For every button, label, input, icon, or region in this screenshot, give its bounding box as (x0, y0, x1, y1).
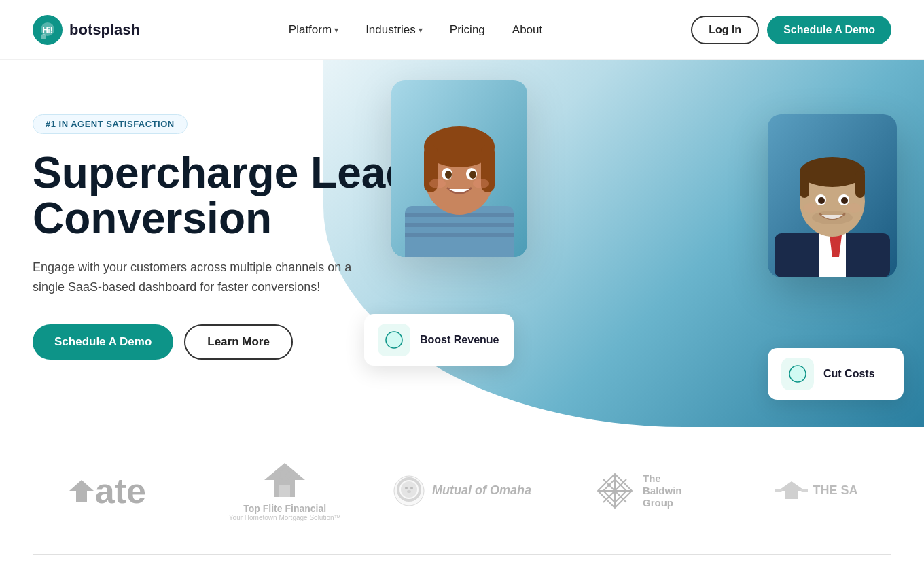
nav-links: Platform ▾ Industries ▾ Pricing About (278, 18, 553, 42)
nav-actions: Log In Schedule A Demo (691, 16, 891, 44)
svg-marker-40 (69, 480, 94, 502)
login-button[interactable]: Log In (691, 16, 759, 44)
baldwin-diamond-icon (597, 473, 633, 509)
section-divider (33, 554, 891, 555)
hero-subtitle: Engage with your customers across multip… (33, 258, 359, 297)
svg-rect-42 (279, 485, 290, 497)
svg-point-46 (401, 481, 417, 498)
chevron-down-icon: ▾ (419, 25, 423, 35)
nav-about[interactable]: About (501, 18, 553, 42)
logos-section: ate B Top Flite Financial Your Hometown … (0, 427, 924, 543)
navbar: Hi! botsplash Platform ▾ Industries ▾ Pr… (0, 0, 924, 60)
logos-track: ate B Top Flite Financial Your Hometown … (33, 460, 891, 521)
logo-ate: ate (33, 470, 183, 511)
hero-badge: #1 IN AGENT SATISFACTION (33, 114, 188, 134)
learn-more-button[interactable]: Learn More (184, 324, 293, 360)
svg-point-49 (410, 487, 413, 489)
hero-content: #1 IN AGENT SATISFACTION Supercharge Lea… (33, 101, 412, 360)
mutual-omaha-lion-icon (393, 475, 425, 507)
chevron-down-icon: ▾ (334, 25, 338, 35)
logo-baldwin-group: TheBaldwinGroup (564, 473, 714, 509)
logo-top-flite: B Top Flite Financial Your Hometown Mort… (210, 460, 360, 521)
top-flite-house-icon: B (257, 460, 312, 500)
brand-name: botsplash (69, 21, 140, 39)
nav-platform[interactable]: Platform ▾ (278, 18, 349, 42)
hero-section: #1 IN AGENT SATISFACTION Supercharge Lea… (0, 60, 924, 427)
schedule-demo-button-hero[interactable]: Schedule A Demo (33, 324, 173, 360)
logo-icon: Hi! (33, 15, 63, 45)
svg-text:B: B (283, 472, 287, 479)
svg-text:Hi!: Hi! (43, 26, 53, 34)
the-sa-icon (775, 479, 808, 503)
nav-industries[interactable]: Industries ▾ (355, 18, 433, 42)
logo[interactable]: Hi! botsplash (33, 15, 140, 45)
logo-the-sa: THE SA (741, 479, 891, 503)
svg-point-48 (405, 487, 408, 489)
nav-pricing[interactable]: Pricing (439, 18, 496, 42)
logo-mutual-omaha: Mutual of Omaha (387, 475, 537, 507)
svg-point-50 (407, 490, 411, 493)
hero-title: Supercharge Lead Conversion (33, 150, 412, 241)
ate-arrow-icon (69, 479, 94, 503)
hero-buttons: Schedule A Demo Learn More (33, 324, 412, 360)
hero-background (323, 60, 924, 427)
schedule-demo-button-nav[interactable]: Schedule A Demo (767, 16, 891, 44)
svg-point-2 (41, 34, 46, 39)
